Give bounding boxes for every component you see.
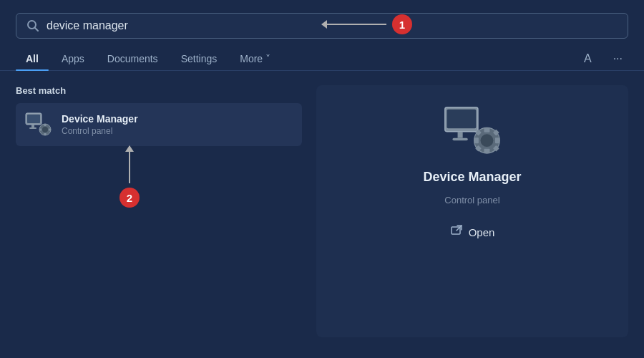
- svg-line-1: [35, 28, 39, 32]
- open-label: Open: [469, 226, 495, 238]
- annotation-badge-2: 2: [119, 188, 140, 208]
- result-item-text: Device Manager Control panel: [62, 113, 138, 136]
- annotation-2-line: [129, 146, 130, 183]
- svg-rect-13: [447, 110, 476, 129]
- left-panel: Best match: [16, 85, 302, 337]
- svg-rect-10: [39, 129, 42, 131]
- result-item-icon: [24, 110, 53, 139]
- svg-rect-19: [484, 149, 489, 153]
- tab-settings[interactable]: Settings: [171, 47, 228, 70]
- tabs-right: A ···: [578, 49, 628, 68]
- tab-all[interactable]: All: [16, 47, 49, 70]
- svg-rect-14: [458, 132, 463, 138]
- open-icon: [450, 224, 463, 240]
- detail-title: Device Manager: [423, 170, 521, 185]
- main-content: Best match: [0, 71, 644, 352]
- svg-rect-5: [29, 127, 36, 129]
- device-manager-small-icon: [25, 112, 52, 137]
- tab-apps[interactable]: Apps: [52, 47, 94, 70]
- tabs-left: All Apps Documents Settings More ˅: [16, 47, 280, 70]
- svg-rect-20: [474, 137, 479, 143]
- svg-rect-18: [484, 127, 489, 132]
- svg-rect-21: [495, 137, 499, 143]
- svg-rect-8: [44, 124, 47, 126]
- svg-rect-15: [452, 138, 467, 141]
- section-label: Best match: [16, 85, 302, 96]
- tab-more[interactable]: More ˅: [230, 47, 280, 70]
- annotation-badge-1: 1: [392, 14, 412, 34]
- svg-rect-11: [49, 129, 51, 131]
- open-button[interactable]: Open: [450, 224, 495, 240]
- search-icon: [26, 19, 39, 32]
- detail-icon: [444, 105, 501, 155]
- annotation-2-group: 2: [16, 146, 302, 211]
- annotation-1-group: 1: [322, 14, 412, 34]
- annotation-2: 2: [119, 146, 140, 208]
- right-panel: Device Manager Control panel Open: [316, 85, 628, 337]
- svg-rect-4: [31, 125, 34, 127]
- tab-icon-a[interactable]: A: [578, 49, 597, 68]
- detail-subtitle: Control panel: [444, 195, 499, 205]
- tab-icon-more[interactable]: ···: [608, 49, 628, 68]
- best-match-result[interactable]: Device Manager Control panel: [16, 103, 302, 146]
- svg-rect-3: [27, 115, 40, 123]
- tabs-bar: All Apps Documents Settings More ˅ A ···: [0, 43, 644, 71]
- tab-documents[interactable]: Documents: [97, 47, 168, 70]
- svg-rect-9: [44, 133, 47, 135]
- svg-point-7: [42, 127, 48, 132]
- svg-point-17: [481, 134, 494, 147]
- device-manager-large-icon: [444, 103, 501, 158]
- annotation-1-arrow: [322, 24, 386, 25]
- result-subtitle: Control panel: [62, 126, 138, 136]
- result-title: Device Manager: [62, 113, 138, 125]
